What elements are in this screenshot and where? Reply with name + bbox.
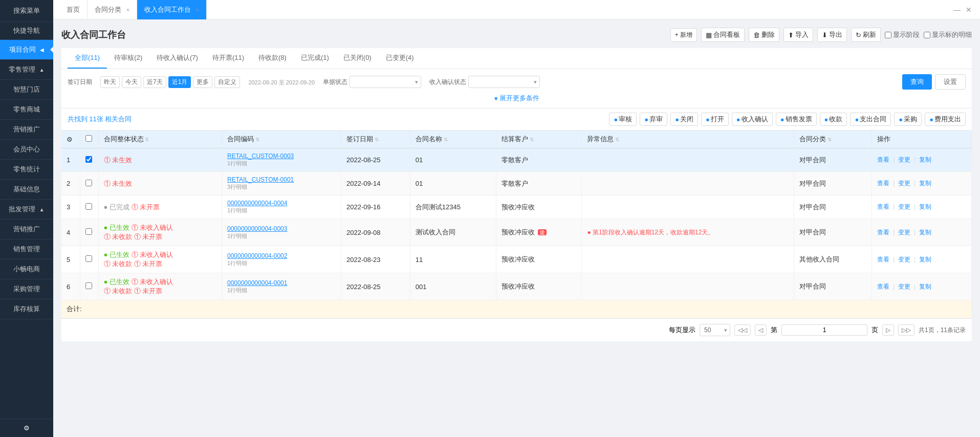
- copy-link-2[interactable]: 复制: [919, 180, 931, 187]
- sidebar-item-marketing[interactable]: 营销推广: [0, 120, 53, 140]
- close-income-tab[interactable]: ×: [196, 7, 199, 13]
- date-1month[interactable]: 近1月: [168, 76, 191, 88]
- code-link-3[interactable]: 0000000000004-0004: [227, 200, 336, 207]
- code-link-2[interactable]: RETAIL_CUSTOM-0001: [227, 176, 336, 183]
- row-checkbox-3[interactable]: [85, 203, 92, 210]
- row-checkbox-2[interactable]: [85, 180, 92, 186]
- sidebar-item-retail[interactable]: 零售管理 ▲: [0, 60, 53, 80]
- show-detail-input[interactable]: [924, 32, 930, 38]
- sidebar-item-purchase[interactable]: 采购管理: [0, 279, 53, 299]
- filter-tab-closed[interactable]: 已关闭(0): [336, 48, 379, 69]
- edit-link-1[interactable]: 变更: [898, 156, 910, 163]
- pay-out-btn[interactable]: ● 支出合同: [850, 113, 891, 126]
- query-button[interactable]: 查询: [902, 74, 932, 90]
- import-button[interactable]: ⬆ 导入: [783, 28, 813, 42]
- view-link-2[interactable]: 查看: [877, 180, 889, 187]
- th-sign-date[interactable]: 签订日期: [341, 130, 410, 148]
- expense-btn[interactable]: ● 费用支出: [925, 113, 966, 126]
- close-btn[interactable]: ● 关闭: [670, 113, 698, 126]
- doc-status-select[interactable]: [350, 76, 421, 88]
- sidebar-item-salesmgmt[interactable]: 销售管理: [0, 239, 53, 259]
- copy-link-1[interactable]: 复制: [919, 156, 931, 163]
- th-status[interactable]: 合同整体状态: [98, 130, 222, 148]
- view-link-3[interactable]: 查看: [877, 203, 889, 210]
- code-link-5[interactable]: 0000000000004-0002: [227, 252, 336, 259]
- sidebar-item-inventory[interactable]: 库存核算: [0, 299, 53, 319]
- refresh-button[interactable]: ↻ 刷新: [851, 28, 881, 42]
- filter-tab-changed[interactable]: 已变更(4): [379, 48, 421, 69]
- filter-tab-all[interactable]: 全部(11): [68, 48, 107, 69]
- tab-contract-cat[interactable]: 合同分类 ×: [88, 0, 137, 19]
- first-page-btn[interactable]: ◁◁: [734, 324, 751, 336]
- edit-link-4[interactable]: 变更: [898, 229, 910, 236]
- filter-tab-pending-collect[interactable]: 待收款(8): [251, 48, 294, 69]
- code-link-1[interactable]: RETAIL_CUSTOM-0003: [227, 152, 336, 160]
- tab-home[interactable]: 首页: [59, 0, 88, 19]
- collect-btn[interactable]: ● 收款: [820, 113, 847, 126]
- close-contract-cat-tab[interactable]: ×: [126, 7, 129, 13]
- audit-btn[interactable]: ● 审核: [609, 113, 637, 126]
- date-more[interactable]: 更多: [193, 76, 212, 88]
- th-code[interactable]: 合同编码: [222, 130, 341, 148]
- filter-tab-pending-confirm[interactable]: 待收入确认(7): [149, 48, 205, 69]
- abandon-btn[interactable]: ● 弃审: [640, 113, 667, 126]
- tab-income-workbench[interactable]: 收入合同工作台 ×: [137, 0, 207, 19]
- print-btn[interactable]: ● 打开: [701, 113, 729, 126]
- row-checkbox-1[interactable]: [85, 156, 92, 163]
- copy-link-6[interactable]: 复制: [919, 283, 931, 290]
- close-button[interactable]: ✕: [966, 6, 974, 14]
- sidebar-item-member[interactable]: 会员中心: [0, 140, 53, 160]
- page-size-select[interactable]: 10 20 50 100: [700, 324, 730, 336]
- sidebar-item-retailmall[interactable]: 零售商城: [0, 100, 53, 120]
- expand-conditions-btn[interactable]: ▾ 展开更多条件: [494, 94, 539, 103]
- minimize-button[interactable]: —: [953, 6, 962, 14]
- sidebar-item-project[interactable]: 项目合同 ◀: [0, 40, 53, 60]
- sidebar-item-smartshop[interactable]: 智慧门店: [0, 80, 53, 100]
- sidebar-item-wholesale[interactable]: 批发管理 ▲: [0, 200, 53, 220]
- row-checkbox-4[interactable]: [85, 228, 92, 235]
- export-button[interactable]: ⬇ 导出: [817, 28, 847, 42]
- view-link-6[interactable]: 查看: [877, 283, 889, 290]
- th-customer[interactable]: 结算客户: [496, 130, 582, 148]
- filter-tab-pending-invoice[interactable]: 待开票(11): [205, 48, 251, 69]
- view-link-5[interactable]: 查看: [877, 256, 889, 263]
- copy-link-5[interactable]: 复制: [919, 256, 931, 263]
- income-confirm-select[interactable]: [468, 76, 540, 88]
- show-stage-input[interactable]: [885, 32, 891, 38]
- view-link-4[interactable]: 查看: [877, 229, 889, 236]
- income-confirm-btn[interactable]: ● 收入确认: [732, 113, 773, 126]
- th-gear[interactable]: ⚙: [61, 130, 80, 148]
- sidebar-item-retailstats[interactable]: 零售统计: [0, 160, 53, 180]
- sales-invoice-btn[interactable]: ● 销售发票: [776, 113, 817, 126]
- th-name[interactable]: 合同名称: [410, 130, 496, 148]
- date-today[interactable]: 今天: [122, 76, 141, 88]
- row-checkbox-5[interactable]: [85, 255, 92, 262]
- date-7days[interactable]: 近7天: [143, 76, 166, 88]
- show-detail-checkbox[interactable]: 显示标的明细: [924, 30, 972, 39]
- delete-button[interactable]: 🗑 删除: [749, 28, 779, 42]
- edit-link-2[interactable]: 变更: [898, 180, 910, 187]
- prev-page-btn[interactable]: ◁: [755, 324, 767, 336]
- th-category[interactable]: 合同分类: [794, 130, 872, 148]
- sidebar-item-marketing2[interactable]: 营销推广: [0, 220, 53, 239]
- edit-link-6[interactable]: 变更: [898, 283, 910, 290]
- row-checkbox-6[interactable]: [85, 282, 92, 289]
- page-number-input[interactable]: [781, 324, 867, 336]
- settings-button[interactable]: 设置: [935, 74, 966, 90]
- purchase-btn[interactable]: ● 采购: [894, 113, 922, 126]
- view-link-1[interactable]: 查看: [877, 156, 889, 163]
- filter-tab-completed[interactable]: 已完成(1): [294, 48, 336, 69]
- sidebar-item-basicinfo[interactable]: 基础信息: [0, 180, 53, 200]
- copy-link-3[interactable]: 复制: [919, 203, 931, 210]
- th-abnormal[interactable]: 异常信息: [582, 130, 794, 148]
- copy-link-4[interactable]: 复制: [919, 229, 931, 236]
- date-yesterday[interactable]: 昨天: [100, 76, 120, 88]
- code-link-6[interactable]: 0000000000004-0001: [227, 279, 336, 287]
- code-link-4[interactable]: 0000000000004-0003: [227, 225, 336, 232]
- new-button[interactable]: + 新增: [670, 28, 697, 42]
- sidebar-item-ecommerce[interactable]: 小畅电商: [0, 259, 53, 279]
- sidebar-quick-nav[interactable]: 快捷导航: [0, 22, 53, 40]
- sidebar-settings[interactable]: ⚙: [0, 419, 53, 437]
- view-board-button[interactable]: ▦ 合同看板: [701, 28, 745, 42]
- last-page-btn[interactable]: ▷▷: [898, 324, 914, 336]
